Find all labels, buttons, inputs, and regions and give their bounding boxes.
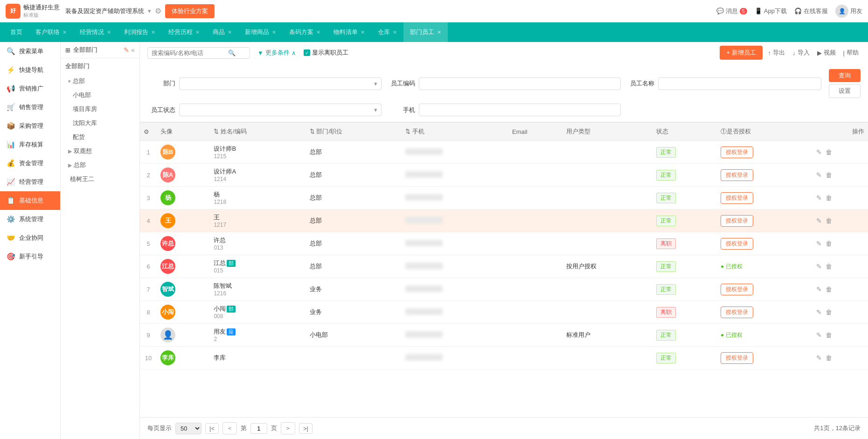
dept-group-zongbu[interactable]: ▾ 总部 — [61, 74, 139, 88]
edit-icon[interactable]: ✎ — [816, 308, 822, 316]
auth-login-button[interactable]: 授权登录 — [721, 284, 753, 295]
close-tab-icon[interactable]: ✕ — [437, 29, 441, 35]
left-nav-item-快捷导航[interactable]: ⚡快捷导航 — [0, 61, 60, 79]
col-dept-position[interactable]: ⇅ 部门/职位 — [306, 123, 402, 141]
delete-icon[interactable]: 🗑 — [826, 240, 832, 247]
left-nav-item-资金管理[interactable]: 💰资金管理 — [0, 154, 60, 173]
auth-login-button[interactable]: 授权登录 — [721, 192, 753, 204]
close-tab-icon[interactable]: ✕ — [316, 29, 320, 35]
auth-login-button[interactable]: 授权登录 — [721, 238, 753, 250]
delete-icon[interactable]: 🗑 — [826, 194, 832, 202]
online-service-button[interactable]: 🎧 在线客服 — [794, 7, 828, 15]
auth-login-button[interactable]: 授权登录 — [721, 352, 753, 364]
next-page-button[interactable]: ＞ — [281, 422, 295, 434]
collapse-icon[interactable]: « — [131, 46, 135, 54]
left-nav-item-营销推广[interactable]: 📢营销推广 — [0, 79, 60, 98]
edit-icon[interactable]: ✎ — [816, 354, 822, 362]
dept-group-zongbu2[interactable]: ▶ 总部 — [61, 158, 139, 172]
auth-login-button[interactable]: 授权登录 — [721, 215, 753, 227]
col-settings[interactable]: ⚙ — [140, 123, 157, 141]
delete-icon[interactable]: 🗑 — [826, 354, 832, 362]
close-tab-icon[interactable]: ✕ — [393, 29, 397, 35]
col-name-code[interactable]: ⇅ 姓名/编码 — [210, 123, 306, 141]
dept-child-peihuo[interactable]: 配货 — [61, 130, 139, 144]
delete-icon[interactable]: 🗑 — [826, 331, 832, 339]
left-nav-item-销售管理[interactable]: 🛒销售管理 — [0, 98, 60, 117]
dept-child-xiangmu[interactable]: 项目库房 — [61, 102, 139, 116]
delete-icon[interactable]: 🗑 — [826, 263, 832, 270]
close-tab-icon[interactable]: ✕ — [107, 29, 111, 35]
delete-icon[interactable]: 🗑 — [826, 171, 832, 179]
page-number-input[interactable] — [250, 423, 267, 434]
left-nav-item-系统管理[interactable]: ⚙️系统管理 — [0, 210, 60, 229]
close-tab-icon[interactable]: ✕ — [272, 29, 276, 35]
emp-code-filter-input[interactable] — [419, 77, 621, 90]
emp-name-filter-input[interactable] — [658, 77, 821, 90]
dept-group-zhishu[interactable]: 植树王二 — [61, 172, 139, 186]
edit-icon[interactable]: ✎ — [816, 171, 822, 179]
app-download-button[interactable]: 📱 App下载 — [755, 7, 787, 15]
left-nav-item-经营管理[interactable]: 📈经营管理 — [0, 173, 60, 191]
edit-icon[interactable]: ✎ — [816, 240, 822, 247]
left-nav-item-采购管理[interactable]: 📦采购管理 — [0, 117, 60, 135]
gear-icon[interactable]: ⚙ — [155, 7, 161, 15]
edit-icon[interactable]: ✎ — [816, 331, 822, 339]
left-nav-item-库存核算[interactable]: 📊库存核算 — [0, 135, 60, 154]
dept-edit-icon[interactable]: ✎ — [124, 46, 129, 54]
phone-filter-input[interactable] — [419, 104, 621, 116]
edit-icon[interactable]: ✎ — [816, 194, 822, 202]
reset-button[interactable]: 设置 — [829, 84, 861, 98]
delete-icon[interactable]: 🗑 — [826, 308, 832, 316]
import-button[interactable]: ↓ 导入 — [791, 47, 812, 59]
view-button[interactable]: ▶ 视频 — [815, 47, 838, 59]
nav-tab-首页[interactable]: 首页 — [4, 22, 29, 42]
export-button[interactable]: ↑ 导出 — [766, 47, 787, 59]
delete-icon[interactable]: 🗑 — [826, 217, 832, 224]
nav-tab-条码方案[interactable]: 条码方案✕ — [283, 22, 327, 42]
dept-child-xiaodian[interactable]: 小电部 — [61, 88, 139, 102]
close-tab-icon[interactable]: ✕ — [361, 29, 365, 35]
left-nav-item-搜索菜单[interactable]: 🔍搜索菜单 — [0, 42, 60, 61]
auth-login-button[interactable]: 授权登录 — [721, 307, 753, 318]
message-button[interactable]: 💬 消息 5 — [716, 7, 747, 15]
dept-filter-select[interactable]: ▾ — [179, 77, 382, 90]
search-button[interactable]: 查询 — [829, 69, 861, 82]
close-tab-icon[interactable]: ✕ — [195, 29, 200, 35]
dept-group-shuanglu[interactable]: ▶ 双鹿想 — [61, 144, 139, 158]
show-resigned-checkbox[interactable]: ✓ 显示离职员工 — [304, 49, 348, 57]
help-button[interactable]: | 帮助 — [841, 47, 861, 59]
search-input[interactable] — [152, 49, 226, 56]
prev-page-button[interactable]: ＜ — [222, 422, 237, 434]
trial-button[interactable]: 体验行业方案 — [165, 4, 215, 18]
dept-child-shenyang[interactable]: 沈阳大库 — [61, 116, 139, 130]
edit-icon[interactable]: ✎ — [816, 217, 822, 224]
first-page-button[interactable]: |< — [205, 423, 219, 434]
page-size-select[interactable]: 50 100 200 — [175, 423, 201, 434]
user-menu-button[interactable]: 👤 用友 — [835, 5, 862, 18]
nav-tab-物料清单[interactable]: 物料清单✕ — [327, 22, 371, 42]
edit-icon[interactable]: ✎ — [816, 263, 822, 270]
close-tab-icon[interactable]: ✕ — [228, 29, 232, 35]
left-nav-item-企业协同[interactable]: 🤝企业协同 — [0, 229, 60, 247]
add-employee-button[interactable]: + 新增员工 — [720, 46, 762, 60]
filter-more-button[interactable]: ▼ 更多条件 ∧ — [254, 47, 300, 59]
nav-tab-商品[interactable]: 商品✕ — [206, 22, 238, 42]
close-tab-icon[interactable]: ✕ — [151, 29, 155, 35]
col-phone[interactable]: ⇅ 手机 — [402, 123, 508, 141]
delete-icon[interactable]: 🗑 — [826, 286, 832, 293]
nav-tab-新增商品[interactable]: 新增商品✕ — [238, 22, 283, 42]
nav-tab-利润报告[interactable]: 利润报告✕ — [118, 22, 162, 42]
all-dept-item[interactable]: 全部部门 — [61, 58, 139, 74]
delete-icon[interactable]: 🗑 — [826, 148, 832, 156]
search-box[interactable]: 🔍 — [147, 47, 250, 59]
left-nav-item-新手引导[interactable]: 🎯新手引导 — [0, 247, 60, 266]
last-page-button[interactable]: >| — [299, 423, 312, 434]
auth-login-button[interactable]: 授权登录 — [721, 146, 753, 158]
nav-tab-仓库[interactable]: 仓库✕ — [371, 22, 403, 42]
edit-icon[interactable]: ✎ — [816, 286, 822, 293]
left-nav-item-基础信息[interactable]: 📋基础信息 — [0, 191, 60, 210]
nav-tab-部门员工[interactable]: 部门员工✕ — [403, 22, 448, 42]
auth-login-button[interactable]: 授权登录 — [721, 169, 753, 181]
nav-tab-经营历程[interactable]: 经营历程✕ — [162, 22, 206, 42]
edit-icon[interactable]: ✎ — [816, 148, 822, 156]
